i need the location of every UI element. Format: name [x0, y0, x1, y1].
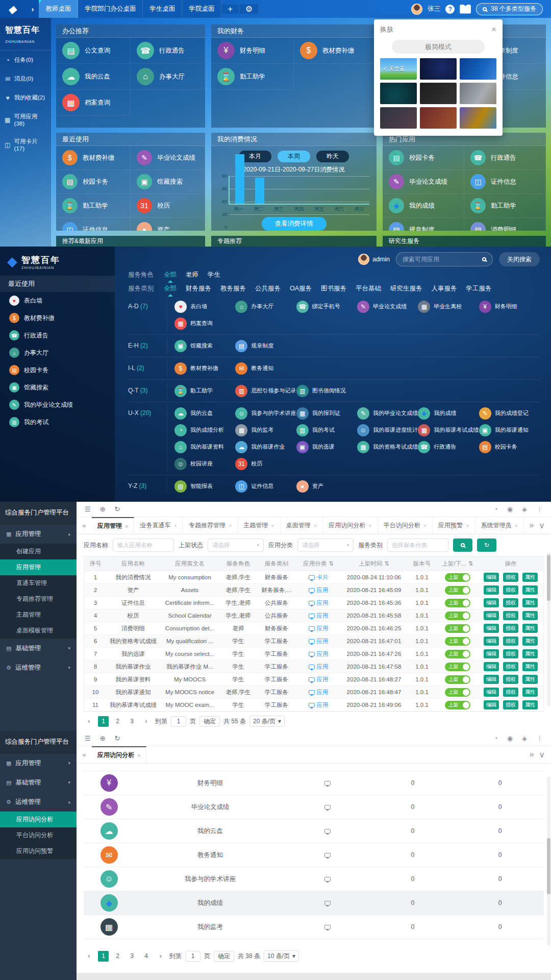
- app-item[interactable]: ☎行政通告: [464, 146, 546, 170]
- app-item[interactable]: ✎毕业论文成绩: [357, 298, 418, 315]
- app-item[interactable]: ☺我的慕课进度统计: [357, 422, 418, 438]
- more-icon[interactable]: ⋮: [536, 505, 543, 513]
- message-icon[interactable]: ◉: [507, 734, 513, 742]
- online-toggle[interactable]: 上架: [445, 701, 470, 709]
- page-3[interactable]: 3: [127, 716, 137, 727]
- prev-page-icon[interactable]: ‹: [84, 951, 94, 962]
- app-item[interactable]: ▥我的考试: [296, 422, 357, 438]
- minimal-mode-button[interactable]: 极简模式: [392, 40, 485, 54]
- submenu-item[interactable]: 创建应用: [0, 544, 77, 559]
- 属性-button[interactable]: 属性: [522, 700, 538, 709]
- app-item[interactable]: 31校历: [131, 194, 205, 218]
- app-item[interactable]: ▣馆藏搜索: [131, 170, 205, 194]
- 编辑-button[interactable]: 编辑: [484, 611, 499, 620]
- 授权-button[interactable]: 授权: [503, 585, 518, 595]
- 授权-button[interactable]: 授权: [503, 624, 518, 633]
- table-row[interactable]: ☺我参与的学术讲座00: [84, 867, 544, 891]
- app-type-link[interactable]: 应用: [296, 650, 340, 658]
- app-item[interactable]: ◫证件信息: [235, 478, 296, 495]
- table-row[interactable]: 5消费明细Consumption det...老师财务服务应用2020-08-2…: [84, 622, 543, 635]
- page-size-select[interactable]: 20 条/页▾: [249, 716, 285, 727]
- close-icon[interactable]: ×: [491, 24, 496, 35]
- online-toggle[interactable]: 上架: [445, 573, 470, 582]
- app-item[interactable]: ▦档案查询: [56, 90, 131, 116]
- tab-专题推荐管理[interactable]: 专题推荐管理×: [183, 517, 238, 534]
- scroll-tabs-right-icon[interactable]: »: [529, 521, 534, 530]
- refresh-icon[interactable]: ↻: [115, 734, 120, 742]
- recent-app-item[interactable]: ▥我的考试: [0, 413, 115, 431]
- category-option-图书服务[interactable]: 图书服务: [321, 284, 346, 293]
- submenu-item[interactable]: 直通车管理: [0, 575, 77, 591]
- page-size-select[interactable]: 10 条/页▾: [264, 950, 299, 962]
- refresh-button[interactable]: ↻: [477, 538, 496, 552]
- app-item[interactable]: ✎我的成绩登记: [479, 405, 540, 422]
- expand-sidebar-icon[interactable]: ›: [31, 5, 34, 13]
- submenu-item[interactable]: 应用访问预警: [0, 843, 77, 859]
- role-option-老师[interactable]: 老师: [186, 271, 198, 279]
- 编辑-button[interactable]: 编辑: [484, 573, 499, 582]
- 授权-button[interactable]: 授权: [503, 675, 518, 684]
- sidebar-item[interactable]: ◫可用卡片(17): [0, 132, 51, 157]
- filter-input[interactable]: 选择服务分类: [387, 538, 448, 552]
- role-option-学生[interactable]: 学生: [208, 271, 220, 279]
- recent-app-item[interactable]: ✎我的毕业论文成绩: [0, 396, 115, 413]
- sort-icon[interactable]: ⇅: [384, 560, 389, 567]
- close-search-button[interactable]: 关闭搜索: [499, 252, 540, 266]
- app-item[interactable]: ▤规章制度: [383, 218, 464, 231]
- app-type-link[interactable]: 应用: [296, 689, 340, 696]
- bell-icon[interactable]: ◔: [494, 734, 498, 742]
- app-item[interactable]: ▣我的选课: [296, 438, 357, 455]
- 编辑-button[interactable]: 编辑: [484, 700, 499, 709]
- 授权-button[interactable]: 授权: [503, 611, 518, 620]
- app-type-link[interactable]: 应用: [296, 663, 340, 671]
- 属性-button[interactable]: 属性: [522, 624, 538, 633]
- close-icon[interactable]: ×: [271, 523, 274, 529]
- app-item[interactable]: ▦我的监考: [235, 422, 296, 438]
- online-toggle[interactable]: 上架: [445, 586, 470, 595]
- prev-page-icon[interactable]: ‹: [84, 716, 94, 727]
- recent-app-item[interactable]: ▣馆藏搜索: [0, 379, 115, 396]
- desktop-tab-4[interactable]: 学院桌面: [182, 0, 221, 18]
- 属性-button[interactable]: 属性: [522, 573, 538, 582]
- app-item[interactable]: ▦毕业生离校: [418, 298, 479, 315]
- 属性-button[interactable]: 属性: [522, 611, 538, 620]
- layout-icon[interactable]: ☰: [85, 734, 91, 742]
- category-option-公共服务[interactable]: 公共服务: [255, 284, 281, 293]
- 授权-button[interactable]: 授权: [503, 649, 518, 658]
- next-page-icon[interactable]: ›: [141, 716, 152, 727]
- tab-桌面管理[interactable]: 桌面管理×: [281, 517, 323, 534]
- app-item[interactable]: ▤公文查询: [56, 38, 131, 64]
- submenu-item[interactable]: 专题推荐管理: [0, 591, 77, 607]
- add-desktop-button[interactable]: +: [221, 5, 239, 14]
- online-toggle[interactable]: 上架: [445, 663, 470, 671]
- 授权-button[interactable]: 授权: [503, 636, 518, 646]
- app-item[interactable]: $教材费补缴: [294, 38, 377, 64]
- tag-icon[interactable]: ◈: [522, 734, 527, 742]
- close-icon[interactable]: ×: [314, 523, 317, 529]
- skin-thumbnail-9[interactable]: [460, 107, 496, 129]
- skin-thumbnail-7[interactable]: [380, 107, 417, 129]
- online-toggle[interactable]: 上架: [445, 688, 470, 697]
- app-item[interactable]: ✎毕业论文成绩: [383, 170, 464, 194]
- 授权-button[interactable]: 授权: [503, 700, 518, 709]
- tab-应用预警[interactable]: 应用预警×: [433, 517, 475, 534]
- desktop-tab-1[interactable]: 教师桌面: [39, 0, 78, 18]
- table-row[interactable]: 9我的慕课资料My MOOCS学生学工服务应用2020-08-21 16:48:…: [84, 673, 543, 686]
- 编辑-button[interactable]: 编辑: [484, 598, 499, 607]
- page-jump-input[interactable]: 1: [171, 716, 186, 727]
- 编辑-button[interactable]: 编辑: [484, 688, 499, 697]
- menu-group[interactable]: ▤基础管理▾: [0, 773, 77, 792]
- filter-input[interactable]: 输入应用名称: [113, 538, 174, 552]
- app-type-link[interactable]: 应用: [296, 599, 340, 607]
- app-item[interactable]: ▤校园卡务: [383, 146, 464, 170]
- close-icon[interactable]: ×: [423, 523, 427, 529]
- menu-group[interactable]: ⚙运维管理▴: [0, 792, 77, 812]
- scroll-tabs-left-icon[interactable]: «: [77, 751, 92, 758]
- app-item[interactable]: ▦档案查询: [174, 315, 235, 332]
- more-icon[interactable]: ⋮: [536, 734, 543, 742]
- app-type-link[interactable]: 卡片: [296, 574, 340, 581]
- online-toggle[interactable]: 上架: [445, 637, 470, 646]
- app-item[interactable]: ☺我参与的学术讲座: [235, 405, 296, 422]
- page-1[interactable]: 1: [98, 716, 109, 727]
- table-row[interactable]: ✎毕业论文成绩00: [84, 795, 544, 819]
